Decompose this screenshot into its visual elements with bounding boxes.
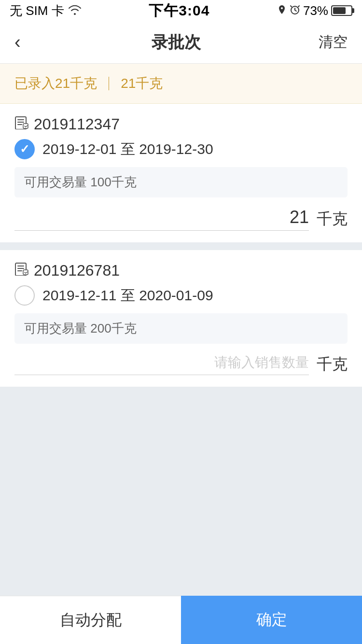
input-field-2[interactable]: 请输入销售数量 bbox=[14, 353, 309, 375]
batch-date-1: 2019-12-01 至 2019-12-30 bbox=[42, 140, 213, 159]
back-button[interactable]: ‹ bbox=[14, 32, 43, 53]
page-title: 录批次 bbox=[152, 31, 201, 54]
available-row-2: 可用交易量 200千克 bbox=[14, 313, 348, 344]
unit-label-1: 千克 bbox=[317, 209, 348, 230]
batch-id-2: 2019126781 bbox=[34, 262, 120, 280]
batch-date-row-2[interactable]: 2019-12-11 至 2020-01-09 bbox=[14, 285, 348, 306]
summary-banner: 已录入21千克 21千克 bbox=[0, 64, 362, 104]
batch-date-row-1[interactable]: 2019-12-01 至 2019-12-30 bbox=[14, 139, 348, 159]
summary-recorded: 已录入21千克 bbox=[14, 74, 97, 93]
batch-id-1: 2019112347 bbox=[34, 115, 120, 133]
status-carrier: 无 SIM 卡 bbox=[10, 2, 82, 19]
input-wrapper-1: 21 千克 bbox=[0, 197, 362, 231]
batch-date-2: 2019-12-11 至 2020-01-09 bbox=[42, 286, 213, 306]
radio-1[interactable] bbox=[14, 139, 35, 159]
batch-header-2: 2019126781 bbox=[14, 262, 348, 280]
auto-distribute-button[interactable]: 自动分配 bbox=[0, 596, 181, 644]
location-icon bbox=[277, 3, 287, 18]
alarm-icon bbox=[290, 3, 300, 18]
batch-card-2: 2019126781 2019-12-11 至 2020-01-09 可用交易量… bbox=[0, 250, 362, 387]
available-row-1: 可用交易量 100千克 bbox=[14, 167, 348, 197]
battery-percentage: 73% bbox=[303, 3, 328, 18]
confirm-button[interactable]: 确定 bbox=[181, 596, 362, 644]
unit-label-2: 千克 bbox=[317, 354, 348, 375]
status-time: 下午3:04 bbox=[149, 1, 209, 21]
battery-icon bbox=[331, 5, 352, 16]
status-right: 73% bbox=[277, 3, 352, 18]
batch-header-1: 2019112347 bbox=[14, 115, 348, 133]
radio-2[interactable] bbox=[14, 285, 35, 306]
quantity-value-1: 21 bbox=[290, 207, 309, 227]
quantity-placeholder-2: 请输入销售数量 bbox=[214, 353, 309, 372]
nav-bar: ‹ 录批次 清空 bbox=[0, 21, 362, 64]
batch-doc-icon-1 bbox=[14, 116, 29, 133]
summary-divider bbox=[109, 77, 109, 90]
batch-doc-icon-2 bbox=[14, 262, 29, 279]
clear-button[interactable]: 清空 bbox=[309, 32, 348, 52]
bottom-buttons: 自动分配 确定 bbox=[0, 596, 362, 644]
carrier-text: 无 SIM 卡 bbox=[10, 2, 64, 19]
bottom-area bbox=[0, 387, 362, 599]
input-wrapper-2: 请输入销售数量 千克 bbox=[0, 344, 362, 375]
batch-item-1: 2019112347 2019-12-01 至 2019-12-30 可用交易量… bbox=[0, 104, 362, 197]
summary-amount: 21千克 bbox=[121, 74, 163, 93]
batch-card-1: 2019112347 2019-12-01 至 2019-12-30 可用交易量… bbox=[0, 104, 362, 242]
input-field-1[interactable]: 21 bbox=[14, 207, 309, 231]
wifi-icon bbox=[68, 3, 82, 18]
status-bar: 无 SIM 卡 下午3:04 73% bbox=[0, 0, 362, 21]
section-divider bbox=[0, 242, 362, 250]
batch-item-2: 2019126781 2019-12-11 至 2020-01-09 可用交易量… bbox=[0, 250, 362, 344]
